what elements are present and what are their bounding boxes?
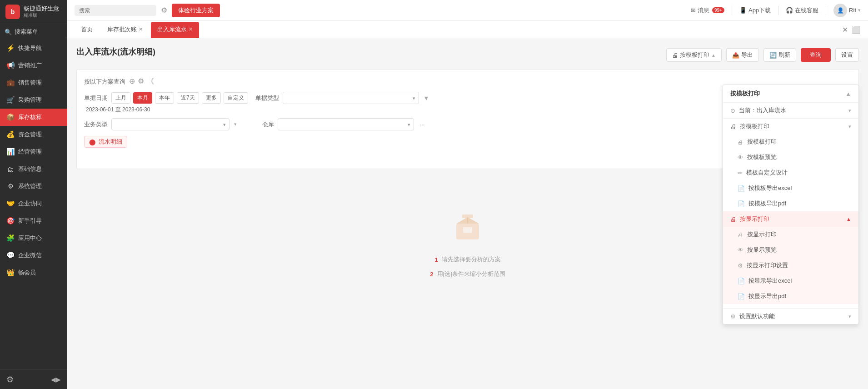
refresh-icon: 🔄 (769, 52, 777, 59)
print-btn[interactable]: 🖨 按模板打印 ▲ (666, 48, 722, 62)
template-export-pdf-item[interactable]: 📄 按模板导出pdf (723, 196, 858, 211)
current-template-icon: ⊙ (730, 107, 735, 114)
warehouse-more-icon[interactable]: ··· (419, 121, 425, 128)
date-btn-this-year[interactable]: 本年 (155, 92, 174, 104)
window-close-icon[interactable]: ✕ (842, 25, 848, 34)
template-print-item[interactable]: 🖨 按模板打印 (723, 134, 858, 150)
date-btn-custom[interactable]: 自定义 (224, 92, 248, 104)
tab-batch[interactable]: 库存批次账 ✕ (101, 22, 149, 38)
export-label: 导出 (741, 51, 753, 59)
sidebar-item-appcenter[interactable]: 🧩 应用中心 (0, 229, 67, 247)
tab-flowwater-label: 出入库流水 (157, 25, 187, 34)
topbar-search-input[interactable] (75, 5, 156, 16)
basic-icon: 🗂 (6, 165, 15, 173)
industry-btn[interactable]: 体验行业方案 (172, 4, 220, 17)
sidebar-item-purchase[interactable]: 🛒 采购管理 (0, 91, 67, 109)
business-dropdown-icon: ▾ (234, 121, 237, 127)
template-export-excel-item[interactable]: 📄 按模板导出excel (723, 180, 858, 196)
warehouse-select[interactable] (278, 118, 414, 130)
template-print-chevron: ▾ (848, 124, 851, 130)
sidebar-item-label: 系统管理 (18, 182, 42, 190)
app-download-label: App下载 (748, 6, 771, 15)
filter-header-label: 按以下方案查询 (84, 78, 125, 86)
footer-expand-icon: ▾ (848, 314, 851, 319)
user-name: Rit (849, 7, 856, 14)
appcenter-icon: 🧩 (6, 234, 15, 242)
svg-rect-4 (462, 214, 473, 218)
refresh-btn[interactable]: 🔄 刷新 (763, 48, 796, 62)
sidebar-item-member[interactable]: 👑 畅会员 (0, 264, 67, 281)
sidebar-item-inventory[interactable]: 📦 库存核算 (0, 109, 67, 126)
dropdown-current[interactable]: ⊙ 当前：出入库流水 ▾ (723, 103, 858, 119)
online-service-btn[interactable]: 🎧 在线客服 (786, 6, 818, 15)
date-btn-7days[interactable]: 近7天 (177, 92, 199, 104)
template-preview-item[interactable]: 👁 按模板预览 (723, 150, 858, 165)
doctype-more-icon[interactable]: ▾ (424, 94, 428, 102)
message-btn[interactable]: ✉ 消息 99+ (691, 6, 724, 15)
app-download-btn[interactable]: 📱 App下载 (739, 6, 771, 15)
display-print-item[interactable]: 🖨 按显示打印 (723, 227, 858, 242)
dropdown-footer[interactable]: ⚙ 设置默认功能 ▾ (723, 308, 858, 324)
finance-icon: 💰 (6, 130, 15, 139)
filter-add-icon[interactable]: ⊕ (129, 77, 135, 86)
sidebar-item-quick-nav[interactable]: ⚡ 快捷导航 (0, 40, 67, 57)
collapse-icon[interactable]: ◀▶ (51, 376, 61, 383)
sidebar-item-guide[interactable]: 🎯 新手引导 (0, 212, 67, 229)
tab-flowwater[interactable]: 出入库流水 ✕ (151, 22, 199, 38)
query-btn[interactable]: 查询 (801, 48, 831, 62)
sidebar-item-system[interactable]: ⚙ 系统管理 (0, 178, 67, 195)
system-icon: ⚙ (6, 182, 15, 190)
export-btn[interactable]: 📤 导出 (726, 48, 759, 62)
sidebar-item-wechat[interactable]: 💬 企业微信 (0, 247, 67, 264)
tab-flowwater-close[interactable]: ✕ (189, 26, 193, 32)
template-print-header[interactable]: 🖨 按模板打印 ▾ (723, 119, 858, 134)
template-print-item-label: 按模板打印 (747, 138, 777, 146)
sidebar-item-marketing[interactable]: 📢 营销推广 (0, 57, 67, 74)
filter-collapse-left-icon[interactable]: 《 (147, 77, 154, 86)
display-preview-item[interactable]: 👁 按显示预览 (723, 242, 858, 258)
user-avatar-area[interactable]: 👤 Rit ▾ (833, 4, 861, 17)
display-print-header[interactable]: 🖨 按显示打印 ▲ (723, 211, 858, 227)
sidebar-item-sales[interactable]: 💼 销售管理 (0, 74, 67, 91)
empty-num-2: 2 (430, 271, 433, 278)
topbar-left: ⚙ 体验行业方案 (75, 4, 220, 17)
sidebar-item-finance[interactable]: 💰 资金管理 (0, 126, 67, 143)
display-print-section-label: 按显示打印 (740, 215, 769, 223)
display-print-section: 🖨 按显示打印 ▲ 🖨 按显示打印 👁 按显示预览 ⚙ 按显示打印设置 (723, 211, 858, 304)
display-export-pdf-item[interactable]: 📄 按显示导出pdf (723, 289, 858, 304)
settings-icon[interactable]: ⚙ (6, 374, 14, 384)
filter-settings-icon[interactable]: ⚙ (138, 77, 144, 86)
filter-date-label: 单据日期 (84, 94, 108, 102)
business-select[interactable] (111, 118, 229, 130)
date-btn-more[interactable]: 更多 (202, 92, 221, 104)
print-label: 按模板打印 (680, 51, 709, 59)
topbar-gear-icon[interactable]: ⚙ (161, 6, 167, 15)
sidebar-search[interactable]: 🔍 搜索菜单 (0, 24, 67, 40)
doctype-select-wrapper (283, 92, 419, 104)
doctype-select[interactable] (283, 92, 419, 104)
window-maximize-icon[interactable]: ⬜ (852, 25, 861, 34)
tab-batch-close[interactable]: ✕ (139, 26, 143, 32)
date-btn-this-month[interactable]: 本月 (133, 92, 152, 104)
tab-home[interactable]: 首页 (75, 22, 99, 38)
sidebar-item-collab[interactable]: 🤝 企业协同 (0, 195, 67, 212)
display-export-excel-item[interactable]: 📄 按显示导出excel (723, 273, 858, 289)
dropdown-close-icon[interactable]: ▲ (845, 90, 851, 97)
display-print-settings-item[interactable]: ⚙ 按显示打印设置 (723, 258, 858, 273)
filter-doctype-label: 单据类型 (255, 94, 279, 102)
print-dropdown-panel: 按模板打印 ▲ ⊙ 当前：出入库流水 ▾ 🖨 按模板打印 ▾ (723, 85, 859, 324)
inventory-icon: 📦 (6, 113, 15, 121)
sidebar-item-basic[interactable]: 🗂 基础信息 (0, 160, 67, 178)
template-export-pdf-icon: 📄 (738, 200, 745, 207)
filter-warehouse-field: 仓库 ··· (262, 118, 425, 130)
user-dropdown-icon: ▾ (858, 7, 861, 13)
message-label: 消息 (698, 6, 709, 15)
template-custom-item[interactable]: ✏ 模板自定义设计 (723, 165, 858, 180)
date-btn-last-month[interactable]: 上月 (111, 92, 130, 104)
page-title: 出入库流水(流水明细) (76, 46, 155, 57)
sidebar-item-label: 营销推广 (18, 61, 42, 70)
sidebar-item-operation[interactable]: 📊 经营管理 (0, 143, 67, 160)
sidebar-item-label: 基础信息 (18, 165, 42, 173)
template-print-section: 🖨 按模板打印 ▾ 🖨 按模板打印 👁 按模板预览 ✏ 模板自定义设计 (723, 119, 858, 211)
setting-btn[interactable]: 设置 (835, 48, 859, 62)
